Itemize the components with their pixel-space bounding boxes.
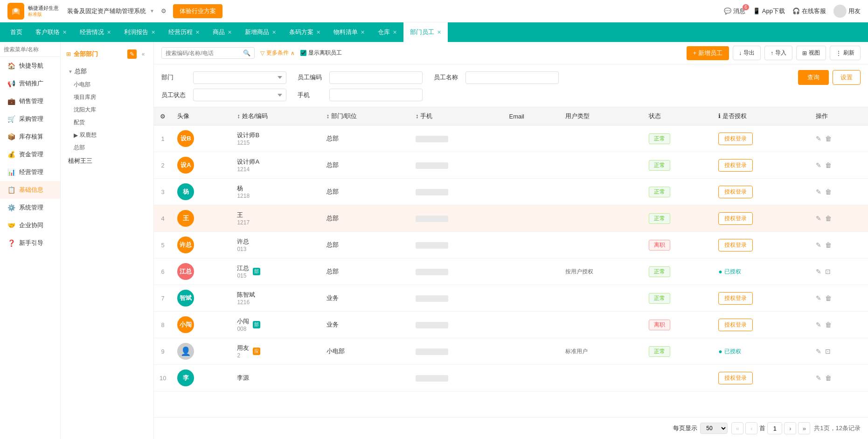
tab-dept-staff[interactable]: 部门员工 ✕ bbox=[403, 22, 448, 42]
app-download-button[interactable]: 📱 App下载 bbox=[753, 7, 785, 15]
tab-journey[interactable]: 经营历程 ✕ bbox=[162, 22, 206, 42]
system-dropdown-icon[interactable]: ▼ bbox=[150, 8, 154, 14]
tab-close-icon[interactable]: ✕ bbox=[361, 29, 365, 35]
user-menu[interactable]: 用友 bbox=[833, 5, 861, 18]
edit-icon[interactable]: ✎ bbox=[816, 188, 821, 195]
tab-close-icon[interactable]: ✕ bbox=[195, 29, 200, 35]
sidebar-item-system[interactable]: ⚙️ 系统管理 bbox=[0, 199, 60, 216]
copy-icon[interactable]: ⊡ bbox=[825, 268, 831, 275]
edit-icon[interactable]: ✎ bbox=[816, 321, 821, 328]
tab-close-icon[interactable]: ✕ bbox=[62, 29, 67, 35]
edit-icon[interactable]: ✎ bbox=[816, 348, 821, 355]
delete-icon[interactable]: 🗑 bbox=[825, 188, 832, 195]
dept-tree-item-zhishu[interactable]: 植树王三 bbox=[61, 154, 153, 168]
export-button[interactable]: ↓ 导出 bbox=[733, 46, 761, 60]
edit-icon[interactable]: ✎ bbox=[816, 215, 821, 222]
tab-close-icon[interactable]: ✕ bbox=[107, 29, 111, 35]
filter-phone-input[interactable] bbox=[329, 89, 423, 101]
filter-status-select[interactable] bbox=[193, 89, 286, 101]
tab-barcode[interactable]: 条码方案 ✕ bbox=[283, 22, 327, 42]
auth-btn[interactable]: 授权登录 bbox=[718, 186, 753, 198]
edit-icon[interactable]: ✎ bbox=[816, 374, 821, 382]
sidebar-item-operations[interactable]: 📊 经营管理 bbox=[0, 163, 60, 181]
dept-tree-item-shenyang[interactable]: 沈阳大库 bbox=[68, 104, 153, 116]
dept-tree-item-shuanglu[interactable]: ▶ 双鹿想 bbox=[68, 129, 153, 141]
edit-icon[interactable]: ✎ bbox=[816, 135, 821, 142]
tab-warehouse[interactable]: 仓库 ✕ bbox=[371, 22, 403, 42]
tab-close-icon[interactable]: ✕ bbox=[316, 29, 320, 35]
tab-goods[interactable]: 商品 ✕ bbox=[206, 22, 238, 42]
show-dismissed-checkbox[interactable]: 显示离职员工 bbox=[300, 49, 342, 57]
copy-icon[interactable]: ⊡ bbox=[825, 348, 831, 355]
tab-new-goods[interactable]: 新增商品 ✕ bbox=[238, 22, 283, 42]
filter-dept-select[interactable] bbox=[193, 71, 286, 84]
last-page-button[interactable]: » bbox=[798, 422, 810, 434]
dept-tree-item-zongbu[interactable]: 总部 bbox=[68, 141, 153, 154]
sidebar-item-sales[interactable]: 💼 销售管理 bbox=[0, 92, 60, 110]
service-button[interactable]: 🎧 在线客服 bbox=[792, 7, 826, 15]
tab-close-icon[interactable]: ✕ bbox=[272, 29, 276, 35]
auth-btn[interactable]: 授权登录 bbox=[718, 292, 753, 305]
auth-btn[interactable]: 授权登录 bbox=[718, 319, 753, 331]
sidebar-item-guide[interactable]: ❓ 新手引导 bbox=[0, 234, 60, 252]
tab-operations[interactable]: 经营情况 ✕ bbox=[73, 22, 118, 42]
delete-icon[interactable]: 🗑 bbox=[825, 241, 832, 249]
search-button[interactable]: 查询 bbox=[798, 70, 829, 85]
per-page-select[interactable]: 50 20 100 bbox=[700, 423, 728, 434]
delete-icon[interactable]: 🗑 bbox=[825, 161, 832, 169]
tab-home[interactable]: 首页 bbox=[4, 22, 29, 42]
sidebar-item-purchase[interactable]: 🛒 采购管理 bbox=[0, 110, 60, 128]
auth-btn[interactable]: 授权登录 bbox=[718, 372, 753, 384]
edit-icon[interactable]: ✎ bbox=[816, 294, 821, 302]
more-button[interactable]: ⋮ 刷新 bbox=[830, 46, 861, 60]
sidebar-item-inventory[interactable]: 📦 库存核算 bbox=[0, 128, 60, 146]
dept-collapse-icon[interactable]: « bbox=[139, 49, 148, 59]
message-button[interactable]: 💬 消息 6 bbox=[724, 7, 745, 15]
auth-btn[interactable]: 授权登录 bbox=[718, 239, 753, 251]
col-name-code[interactable]: ↕ 姓名/编码 bbox=[231, 107, 320, 125]
delete-icon[interactable]: 🗑 bbox=[825, 374, 832, 382]
col-settings[interactable]: ⚙ bbox=[154, 107, 172, 125]
tab-customer[interactable]: 客户联络 ✕ bbox=[29, 22, 73, 42]
filter-empcode-input[interactable] bbox=[329, 71, 423, 84]
dept-edit-icon[interactable]: ✎ bbox=[127, 49, 137, 59]
edit-icon[interactable]: ✎ bbox=[816, 161, 821, 169]
tab-close-icon[interactable]: ✕ bbox=[151, 29, 155, 35]
delete-icon[interactable]: 🗑 bbox=[825, 215, 832, 222]
tab-bom[interactable]: 物料清单 ✕ bbox=[327, 22, 371, 42]
setting-button[interactable]: 设置 bbox=[833, 70, 861, 85]
filter-more-button[interactable]: ▽ 更多条件 ∧ bbox=[260, 49, 295, 57]
sidebar-item-quick-nav[interactable]: 🏠 快捷导航 bbox=[0, 57, 60, 75]
view-button[interactable]: ⊞ 视图 bbox=[796, 46, 826, 60]
prev-page-button[interactable]: ‹ bbox=[745, 422, 757, 434]
dept-tree-item-xiaodibu[interactable]: 小电部 bbox=[68, 78, 153, 91]
add-employee-button[interactable]: + 新增员工 bbox=[687, 46, 729, 60]
next-page-button[interactable]: › bbox=[784, 422, 796, 434]
show-dismissed-input[interactable] bbox=[300, 50, 306, 56]
edit-icon[interactable]: ✎ bbox=[816, 268, 821, 275]
edit-icon[interactable]: ✎ bbox=[816, 241, 821, 249]
first-page-button[interactable]: « bbox=[731, 422, 743, 434]
sidebar-item-finance[interactable]: 💰 资金管理 bbox=[0, 146, 60, 163]
tab-profit[interactable]: 利润报告 ✕ bbox=[118, 22, 162, 42]
import-button[interactable]: ↑ 导入 bbox=[764, 46, 792, 60]
delete-icon[interactable]: 🗑 bbox=[825, 321, 832, 328]
auth-btn[interactable]: 授权登录 bbox=[718, 159, 753, 172]
tab-close-icon[interactable]: ✕ bbox=[228, 29, 232, 35]
auth-btn[interactable]: 授权登录 bbox=[718, 132, 753, 145]
trial-button[interactable]: 体验行业方案 bbox=[173, 4, 222, 18]
sidebar-search-input[interactable] bbox=[4, 46, 61, 53]
filter-empname-input[interactable] bbox=[465, 71, 559, 84]
col-phone[interactable]: ↕ 手机 bbox=[410, 107, 503, 125]
search-input[interactable] bbox=[166, 50, 240, 56]
col-dept-position[interactable]: ↕ 部门/职位 bbox=[321, 107, 410, 125]
delete-icon[interactable]: 🗑 bbox=[825, 135, 832, 142]
tab-close-icon[interactable]: ✕ bbox=[393, 29, 397, 35]
sidebar-item-marketing[interactable]: 📢 营销推广 bbox=[0, 75, 60, 92]
dept-tree-item-peihuo[interactable]: 配货 bbox=[68, 116, 153, 129]
delete-icon[interactable]: 🗑 bbox=[825, 294, 832, 302]
sidebar-item-enterprise[interactable]: 🤝 企业协同 bbox=[0, 216, 60, 234]
sidebar-item-basic-info[interactable]: 📋 基础信息 bbox=[0, 181, 60, 199]
dept-tree-item-xiangmukufang[interactable]: 项目库房 bbox=[68, 91, 153, 104]
tab-close-icon[interactable]: ✕ bbox=[437, 29, 441, 35]
